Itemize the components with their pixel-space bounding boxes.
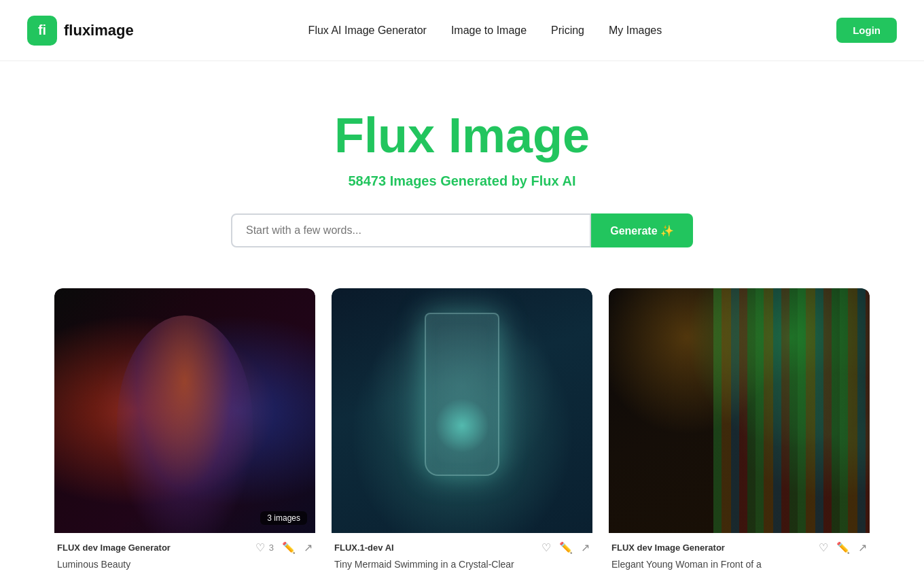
like-count-1: 3 <box>269 543 274 553</box>
login-button[interactable]: Login <box>836 18 897 43</box>
nav-pricing[interactable]: Pricing <box>551 24 584 37</box>
card-info-2: FLUX.1-dev AI ♡ ✏️ ↗ Tiny Mermaid Swimmi… <box>332 533 592 577</box>
card-title-2: Tiny Mermaid Swimming in a Crystal-Clear <box>334 558 590 572</box>
nav-flux-ai[interactable]: Flux AI Image Generator <box>308 24 427 37</box>
card-source-1: FLUX dev Image Generator <box>57 543 171 553</box>
navbar: fi fluximage Flux AI Image Generator Ima… <box>0 0 924 61</box>
nav-image-to-image[interactable]: Image to Image <box>451 24 527 37</box>
hero-input-row: Generate ✨ <box>231 213 693 247</box>
like-icon-3[interactable]: ♡ <box>819 541 828 554</box>
card-image-wrap-2 <box>332 288 592 533</box>
share-icon-2[interactable]: ↗ <box>581 541 590 554</box>
image-badge-1: 3 images <box>260 511 307 525</box>
gallery-card-3: FLUX dev Image Generator ♡ ✏️ ↗ Elegant … <box>609 288 870 577</box>
card-source-3: FLUX dev Image Generator <box>611 543 725 553</box>
prompt-input[interactable] <box>231 213 591 247</box>
gallery-card-2: FLUX.1-dev AI ♡ ✏️ ↗ Tiny Mermaid Swimmi… <box>332 288 592 577</box>
card-title-1: Luminous Beauty <box>57 558 313 572</box>
card-info-1: FLUX dev Image Generator ♡ 3 ✏️ ↗ Lumino… <box>54 533 315 577</box>
card-source-row-3: FLUX dev Image Generator ♡ ✏️ ↗ <box>611 541 867 558</box>
logo-link[interactable]: fi fluximage <box>27 16 134 46</box>
like-icon-1[interactable]: ♡ <box>255 541 265 554</box>
card-image-wrap-3 <box>609 288 870 533</box>
like-icon-2[interactable]: ♡ <box>541 541 551 554</box>
card-title-3: Elegant Young Woman in Front of a <box>611 558 867 572</box>
card-image-3 <box>609 288 870 533</box>
logo-text: fluximage <box>64 22 134 39</box>
share-icon-3[interactable]: ↗ <box>858 541 867 554</box>
card-image-wrap-1: 3 images <box>54 288 315 533</box>
card-source-2: FLUX.1-dev AI <box>334 543 394 553</box>
hero-title: Flux Image <box>14 109 910 162</box>
nav-links: Flux AI Image Generator Image to Image P… <box>308 24 662 37</box>
share-icon-1[interactable]: ↗ <box>304 541 313 554</box>
card-image-2 <box>332 288 592 533</box>
card-info-3: FLUX dev Image Generator ♡ ✏️ ↗ Elegant … <box>609 533 870 577</box>
nav-my-images[interactable]: My Images <box>609 24 662 37</box>
image-count: 58473 <box>349 173 387 188</box>
card-image-1 <box>54 288 315 533</box>
edit-icon-2[interactable]: ✏️ <box>559 541 573 554</box>
card-actions-2: ♡ ✏️ ↗ <box>541 541 590 554</box>
card-actions-1: ♡ 3 ✏️ ↗ <box>255 541 313 554</box>
hero-subtitle: 58473 Images Generated by Flux AI <box>14 173 910 189</box>
card-source-row-1: FLUX dev Image Generator ♡ 3 ✏️ ↗ <box>57 541 313 558</box>
gallery: 3 images FLUX dev Image Generator ♡ 3 ✏️… <box>0 281 924 584</box>
edit-icon-1[interactable]: ✏️ <box>282 541 296 554</box>
subtitle-text: Images Generated by Flux AI <box>390 173 576 188</box>
card-actions-3: ♡ ✏️ ↗ <box>819 541 867 554</box>
edit-icon-3[interactable]: ✏️ <box>836 541 850 554</box>
card-source-row-2: FLUX.1-dev AI ♡ ✏️ ↗ <box>334 541 590 558</box>
gallery-card-1: 3 images FLUX dev Image Generator ♡ 3 ✏️… <box>54 288 315 577</box>
hero-section: Flux Image 58473 Images Generated by Flu… <box>0 61 924 281</box>
generate-button[interactable]: Generate ✨ <box>591 213 693 247</box>
logo-icon: fi <box>27 16 57 46</box>
